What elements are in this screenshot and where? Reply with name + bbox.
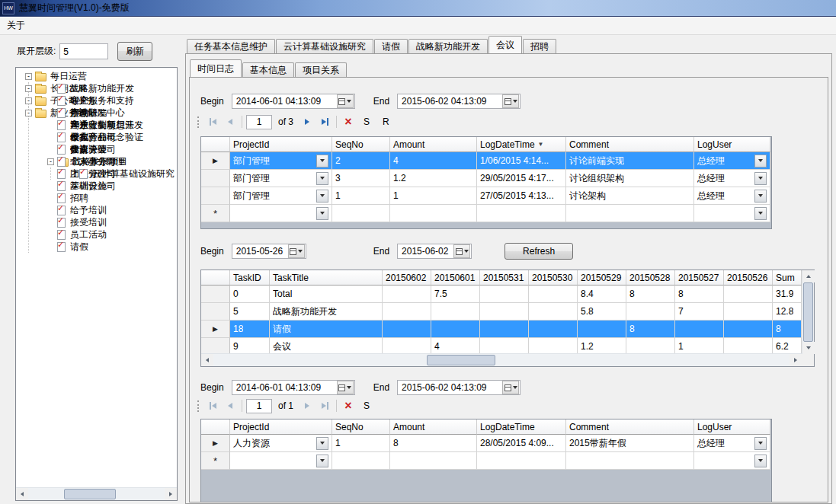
grid-row[interactable]: ▶部门管理241/06/2015 4:14...讨论前端实现总经理 bbox=[201, 152, 771, 170]
current-row-indicator[interactable]: ▶ bbox=[201, 152, 230, 170]
grid-corner-cell[interactable] bbox=[201, 270, 230, 285]
summary-begin-date-picker[interactable]: 2015-05-26 bbox=[232, 244, 306, 259]
scrollbar-thumb[interactable] bbox=[427, 355, 496, 365]
bottom-end-datetime-picker[interactable]: 2015-06-02 04:13:09 bbox=[397, 380, 520, 395]
cell-LogDateTime[interactable]: 1/06/2015 4:14... bbox=[477, 152, 566, 170]
grid-row[interactable]: ▶人力资源1828/05/2015 4:09...2015带薪年假总经理 bbox=[201, 435, 771, 452]
grid-row[interactable]: * bbox=[201, 452, 771, 470]
move-previous-button[interactable] bbox=[223, 398, 238, 413]
detail-tab-1[interactable]: 基本信息 bbox=[242, 62, 294, 77]
cell-20150531[interactable] bbox=[480, 321, 529, 338]
main-tab-1[interactable]: 云计算基础设施研究 bbox=[276, 39, 373, 53]
refresh-summary-button[interactable]: Refresh bbox=[504, 243, 573, 260]
scrollbar-track[interactable] bbox=[213, 354, 790, 366]
tree-expander-icon[interactable]: - bbox=[47, 158, 54, 165]
scrollbar-thumb[interactable] bbox=[64, 489, 116, 499]
cell-20150530[interactable] bbox=[529, 303, 578, 321]
dropdown-button[interactable] bbox=[754, 455, 767, 467]
calendar-dropdown-icon[interactable] bbox=[502, 94, 519, 108]
row-header[interactable] bbox=[201, 187, 230, 205]
column-header-20150526[interactable]: 20150526 bbox=[724, 270, 773, 285]
move-last-button[interactable] bbox=[317, 398, 332, 413]
column-header-20150527[interactable]: 20150527 bbox=[675, 270, 724, 285]
expand-level-input[interactable] bbox=[59, 43, 108, 59]
tree-item[interactable]: ✓接受培训 bbox=[47, 216, 177, 228]
cell-LogUser[interactable]: 总经理 bbox=[694, 152, 770, 170]
current-row-indicator[interactable]: ▶ bbox=[201, 321, 230, 338]
cell-SeqNo[interactable] bbox=[332, 452, 390, 470]
cell-20150529[interactable]: 8.4 bbox=[578, 285, 626, 303]
column-header-Sum[interactable]: Sum bbox=[773, 270, 802, 285]
tree-expander-icon[interactable]: - bbox=[25, 110, 32, 116]
cell-SeqNo[interactable]: 1 bbox=[332, 435, 390, 452]
row-header[interactable] bbox=[201, 170, 230, 187]
calendar-dropdown-icon[interactable] bbox=[502, 381, 519, 394]
dropdown-button[interactable] bbox=[754, 172, 767, 185]
cell-Comment[interactable]: 讨论组织架构 bbox=[566, 170, 694, 187]
cell-Amount[interactable]: 8 bbox=[390, 435, 477, 452]
row-header[interactable] bbox=[201, 338, 230, 354]
tree-item[interactable]: ✓员工活动 bbox=[47, 228, 177, 241]
cell-LogUser[interactable] bbox=[694, 205, 770, 222]
cell-LogUser[interactable]: 总经理 bbox=[694, 187, 770, 205]
dropdown-button[interactable] bbox=[754, 437, 767, 450]
cell-Amount[interactable] bbox=[390, 205, 477, 222]
cell-Comment[interactable]: 2015带薪年假 bbox=[566, 435, 694, 452]
detail-tab-2[interactable]: 项目关系 bbox=[295, 62, 347, 77]
cell-Comment[interactable]: 讨论架构 bbox=[566, 187, 694, 205]
scroll-left-button[interactable] bbox=[16, 488, 28, 500]
cell-Comment[interactable] bbox=[566, 205, 694, 222]
cell-20150601[interactable] bbox=[431, 303, 480, 321]
column-header-20150529[interactable]: 20150529 bbox=[578, 270, 626, 285]
cell-20150528[interactable]: 8 bbox=[626, 285, 675, 303]
cell-LogDateTime[interactable]: 27/05/2015 4:13... bbox=[477, 187, 566, 205]
cell-ProjectId[interactable] bbox=[230, 452, 332, 470]
cell-20150528[interactable] bbox=[626, 338, 675, 354]
save-button[interactable]: S bbox=[358, 399, 375, 413]
column-header-Comment[interactable]: Comment bbox=[566, 137, 694, 152]
refresh-tree-button[interactable]: 刷新 bbox=[117, 42, 152, 61]
cell-20150526[interactable] bbox=[724, 303, 773, 321]
cell-20150527[interactable]: 7 bbox=[675, 303, 724, 321]
grid-row[interactable]: 部门管理1127/05/2015 4:13...讨论架构总经理 bbox=[201, 187, 771, 205]
calendar-dropdown-icon[interactable] bbox=[453, 244, 470, 258]
dropdown-button[interactable] bbox=[316, 190, 328, 203]
cell-20150531[interactable] bbox=[480, 338, 529, 354]
move-first-button[interactable] bbox=[205, 398, 220, 413]
cell-Comment[interactable]: 讨论前端实现 bbox=[566, 152, 694, 170]
position-input[interactable]: 1 bbox=[246, 115, 272, 129]
grid-corner-cell[interactable] bbox=[201, 137, 230, 152]
cell-TaskTitle[interactable]: 战略新功能开发 bbox=[270, 303, 383, 321]
delete-row-button[interactable]: × bbox=[341, 398, 356, 413]
cell-20150528[interactable]: 8 bbox=[626, 321, 675, 338]
scroll-down-button[interactable] bbox=[802, 342, 815, 354]
cell-ProjectId[interactable]: 部门管理 bbox=[230, 170, 332, 187]
cell-TaskID[interactable]: 5 bbox=[230, 303, 270, 321]
column-header-LogDateTime[interactable]: LogDateTime▼ bbox=[477, 137, 566, 152]
tree-item[interactable]: ✓请假 bbox=[47, 241, 177, 253]
bottom-begin-datetime-picker[interactable]: 2014-06-01 04:13:09 bbox=[232, 380, 355, 395]
refresh-log-button[interactable]: R bbox=[377, 115, 395, 129]
cell-ProjectId[interactable]: 部门管理 bbox=[230, 187, 332, 205]
tree-expander-icon[interactable]: - bbox=[25, 73, 32, 80]
cell-Comment[interactable] bbox=[566, 452, 694, 470]
cell-Amount[interactable]: 1 bbox=[390, 187, 477, 205]
top-end-datetime-picker[interactable]: 2015-06-02 04:13:09 bbox=[397, 94, 520, 109]
grid-row[interactable]: 5战略新功能开发5.8712.8 bbox=[201, 303, 802, 321]
cell-20150602[interactable] bbox=[383, 303, 431, 321]
row-header[interactable] bbox=[201, 303, 230, 321]
cell-SeqNo[interactable] bbox=[332, 205, 390, 222]
cell-TaskID[interactable]: 9 bbox=[230, 338, 270, 354]
cell-Sum[interactable]: 31.9 bbox=[773, 285, 802, 303]
calendar-dropdown-icon[interactable] bbox=[337, 94, 354, 108]
column-header-Amount[interactable]: Amount bbox=[390, 137, 477, 152]
cell-ProjectId[interactable] bbox=[230, 205, 332, 222]
tree-item[interactable]: ✓云计算基础设施研究 bbox=[69, 167, 177, 180]
delete-row-button[interactable]: × bbox=[341, 114, 356, 129]
cell-20150526[interactable] bbox=[724, 338, 773, 354]
dropdown-button[interactable] bbox=[316, 455, 328, 467]
tree-item[interactable]: ✓招聘 bbox=[47, 192, 177, 204]
summary-horizontal-scrollbar[interactable] bbox=[201, 353, 802, 366]
position-input[interactable]: 1 bbox=[246, 399, 272, 413]
column-header-20150602[interactable]: 20150602 bbox=[383, 270, 431, 285]
